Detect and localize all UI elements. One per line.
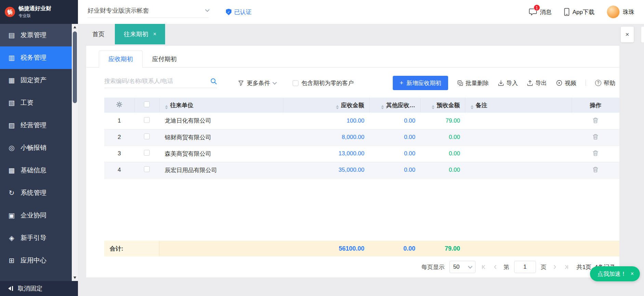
sort-icon[interactable] xyxy=(165,105,168,109)
main-card: 应收期初 应付期初 更多条件 包含期初为零的客户 xyxy=(86,46,619,278)
sidebar-item-tax[interactable]: ▥ 税务管理 xyxy=(0,46,72,69)
header-unit[interactable]: 往来单位 xyxy=(159,98,283,113)
company-name: 辰宏日用品有限公司 xyxy=(159,162,283,178)
help-button[interactable]: ? 帮助 xyxy=(595,79,615,87)
invoice-icon: ▤ xyxy=(8,31,16,39)
sidebar-item-label: 企业协同 xyxy=(21,211,46,220)
select-all-cell xyxy=(134,98,159,113)
sidebar-item-basic-info[interactable]: ▩ 基础信息 xyxy=(0,159,72,182)
sidebar-item-app-center[interactable]: ⊞ 应用中心 xyxy=(0,249,72,272)
header-other-receivable[interactable]: 其他应收… xyxy=(369,98,420,113)
sort-icon[interactable] xyxy=(432,105,434,109)
table-row[interactable]: 3 森美商贸有限公司 13,000.00 0.00 0.00 xyxy=(104,145,619,162)
table-row[interactable]: 4 辰宏日用品有限公司 35,000.00 0.00 0.00 xyxy=(104,162,619,178)
tab-close-icon[interactable]: × xyxy=(153,31,156,37)
row-checkbox[interactable] xyxy=(144,133,150,139)
delete-row-button[interactable] xyxy=(591,165,600,175)
account-set-selector[interactable]: 好业财专业版演示帐套 xyxy=(88,6,209,18)
sidebar-item-reimburse[interactable]: ◎ 小畅报销 xyxy=(0,137,72,159)
tab-label: 往来期初 xyxy=(124,30,148,38)
tab-payable-opening[interactable]: 应付期初 xyxy=(143,51,186,68)
panel-close-button[interactable]: × xyxy=(621,27,634,42)
messages-button[interactable]: 1 消息 xyxy=(529,8,552,16)
last-page-button[interactable] xyxy=(563,264,570,270)
per-page-select[interactable]: 50 xyxy=(450,261,475,273)
sidebar-item-payroll[interactable]: ▧ 工资 xyxy=(0,91,72,114)
sidebar-item-label: 新手引导 xyxy=(21,234,46,242)
tab-opening-balance[interactable]: 往来期初 × xyxy=(115,24,165,44)
page-number-input[interactable] xyxy=(514,261,536,273)
sidebar-item-invoice[interactable]: ▤ 发票管理 xyxy=(0,24,72,46)
prev-page-button[interactable] xyxy=(492,264,499,270)
prepaid-amount: 0.00 xyxy=(420,129,465,145)
zero-filter-checkbox[interactable] xyxy=(293,80,298,86)
scroll-up-icon[interactable] xyxy=(73,26,76,28)
unpin-sidebar-button[interactable]: 取消固定 xyxy=(0,281,78,296)
boost-close-icon[interactable]: × xyxy=(631,271,634,277)
sidebar-item-system[interactable]: ↻ 系统管理 xyxy=(0,182,72,204)
chevron-down-icon xyxy=(272,80,277,85)
delete-row-button[interactable] xyxy=(591,116,600,126)
system-icon: ↻ xyxy=(8,189,16,197)
import-button[interactable]: 导入 xyxy=(498,79,518,87)
header-label: 往来单位 xyxy=(170,102,193,109)
row-checkbox[interactable] xyxy=(144,117,150,123)
app-download-button[interactable]: App下载 xyxy=(564,8,594,16)
row-checkbox[interactable] xyxy=(144,166,150,172)
funnel-icon xyxy=(238,80,244,86)
header-remark[interactable]: 备注 xyxy=(465,98,572,113)
video-button[interactable]: 视频 xyxy=(556,79,576,87)
select-all-checkbox[interactable] xyxy=(144,101,150,107)
include-zero-checkbox[interactable]: 包含期初为零的客户 xyxy=(293,79,354,87)
scrollbar-thumb[interactable] xyxy=(73,31,77,103)
boost-label: 点我加速！ xyxy=(598,270,627,278)
sidebar: ▤ 发票管理 ▥ 税务管理 ▦ 固定资产 ▧ 工资 ▨ 经营管理 ◎ 小畅报销 xyxy=(0,24,78,296)
add-receivable-button[interactable]: + 新增应收期初 xyxy=(393,76,448,90)
batch-delete-button[interactable]: 批量删除 xyxy=(457,79,489,87)
edge-panel[interactable] xyxy=(641,27,644,42)
company-name: 锦财商贸有限公司 xyxy=(159,129,283,145)
search-icon[interactable] xyxy=(210,78,217,85)
search-box[interactable] xyxy=(104,78,217,88)
tab-home[interactable]: 首页 xyxy=(92,24,105,44)
row-select-cell xyxy=(134,113,159,129)
row-select-cell xyxy=(134,145,159,162)
sidebar-item-label: 固定资产 xyxy=(21,76,46,85)
header-receivable[interactable]: 应收金额 xyxy=(283,98,369,113)
sidebar-item-business[interactable]: ▨ 经营管理 xyxy=(0,114,72,137)
sort-icon[interactable] xyxy=(381,105,384,109)
video-label: 视频 xyxy=(565,79,576,87)
more-filters-button[interactable]: 更多条件 xyxy=(238,79,276,87)
import-icon xyxy=(498,80,504,86)
table-row[interactable]: 1 龙迪日化有限公司 100.00 0.00 79.00 xyxy=(104,113,619,129)
sidebar-item-collab[interactable]: ▣ 企业协同 xyxy=(0,204,72,227)
search-input[interactable] xyxy=(104,78,202,85)
tab-receivable-opening[interactable]: 应收期初 xyxy=(99,51,143,68)
boost-floating-button[interactable]: 点我加速！ × xyxy=(590,266,640,281)
table-row[interactable]: 2 锦财商贸有限公司 8,000.00 0.00 0.00 xyxy=(104,129,619,145)
sidebar-item-guide[interactable]: ◈ 新手引导 xyxy=(0,227,72,249)
delete-row-button[interactable] xyxy=(591,132,600,142)
scroll-down-icon[interactable] xyxy=(73,277,76,279)
export-label: 导出 xyxy=(535,79,547,87)
export-button[interactable]: 导出 xyxy=(527,79,547,87)
export-icon xyxy=(527,80,533,86)
delete-row-button[interactable] xyxy=(591,149,600,158)
first-page-button[interactable] xyxy=(480,264,487,270)
sort-icon[interactable] xyxy=(471,105,473,109)
prev-page-icon xyxy=(493,264,498,270)
header-prepaid[interactable]: 预收金额 xyxy=(420,98,465,113)
play-circle-icon xyxy=(556,80,562,86)
topbar-actions: 1 消息 App下载 珠珠 xyxy=(529,5,634,18)
collapse-icon xyxy=(8,286,14,291)
sort-icon[interactable] xyxy=(336,105,339,109)
sidebar-item-fixed-assets[interactable]: ▦ 固定资产 xyxy=(0,69,72,91)
next-page-button[interactable] xyxy=(551,264,558,270)
tab-bar: 首页 往来期初 × × xyxy=(78,24,644,44)
total-receivable: 56100.00 xyxy=(283,245,369,252)
user-menu[interactable]: 珠珠 xyxy=(607,5,634,18)
sidebar-scrollbar[interactable] xyxy=(72,24,78,281)
column-settings-button[interactable] xyxy=(104,98,134,113)
sidebar-menu: ▤ 发票管理 ▥ 税务管理 ▦ 固定资产 ▧ 工资 ▨ 经营管理 ◎ 小畅报销 xyxy=(0,24,72,281)
row-checkbox[interactable] xyxy=(144,150,150,156)
